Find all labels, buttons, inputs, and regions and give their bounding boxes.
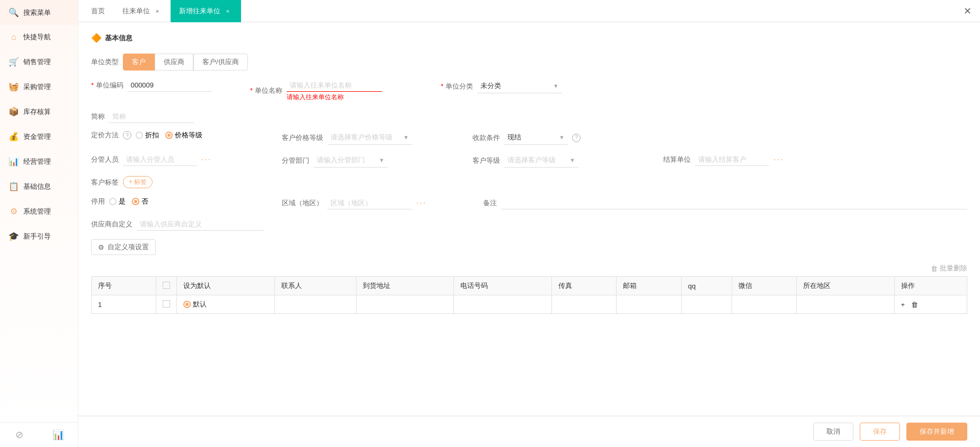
manager-input[interactable] [123, 153, 197, 166]
pricing-help-icon[interactable]: ? [123, 131, 131, 139]
table-header-row: 序号 设为默认 联系人 到货地址 电话号码 传真 邮箱 qq 微信 所在地区 操… [92, 277, 967, 295]
cancel-button[interactable]: 取消 [813, 423, 853, 441]
sidebar-bottom: ⊘ 📊 [0, 422, 78, 447]
unit-type-supplier[interactable]: 供应商 [155, 54, 193, 71]
save-button[interactable]: 保存 [860, 423, 900, 441]
radio-yes-label: 是 [119, 197, 126, 206]
region-more-icon[interactable]: ··· [416, 198, 426, 208]
batch-delete-area[interactable]: 🗑 批量删除 [91, 264, 967, 273]
cell-phone [454, 295, 552, 314]
settlement-input[interactable] [695, 153, 769, 166]
sidebar-item-newguide[interactable]: 🎓 新手引导 [0, 224, 78, 249]
settings-icon: ⚙ [98, 243, 104, 251]
table-row: 1 默认 [92, 295, 967, 314]
finance-icon: 💰 [8, 132, 19, 142]
abbr-col: 简称 [91, 110, 250, 123]
pricing-row: 定价方法 ? 折扣 价格等级 客户价格等级 [91, 130, 967, 145]
add-tag-button[interactable]: + 标签 [123, 176, 153, 188]
tags-label: 客户标签 [91, 178, 119, 187]
unit-name-input[interactable] [287, 79, 382, 92]
abbr-label: 简称 [91, 112, 105, 121]
supplier-custom-input[interactable] [137, 218, 264, 231]
sidebar-bottom-left[interactable]: ⊘ [0, 423, 39, 447]
sidebar-item-operations[interactable]: 📊 经营管理 [0, 149, 78, 174]
sidebar-bottom-right[interactable]: 📊 [39, 423, 78, 447]
customer-price-select[interactable]: 请选择客户价格等级 ▼ [327, 130, 412, 145]
tab-new-contact[interactable]: 新增往来单位 × [171, 0, 241, 22]
th-region: 所在地区 [796, 277, 894, 295]
save-add-button[interactable]: 保存并新增 [906, 423, 967, 441]
sidebar-item-inventory[interactable]: 📦 库存核算 [0, 99, 78, 124]
unit-category-col: 单位分类 未分类 ▼ [441, 79, 967, 93]
cell-seq: 1 [92, 295, 156, 314]
unit-code-col: 单位编码 [91, 79, 250, 92]
window-close-button[interactable]: ✕ [959, 5, 976, 17]
sidebar-item-purchase[interactable]: 🧺 采购管理 [0, 74, 78, 99]
sidebar-item-search[interactable]: 🔍 搜索菜单 [0, 0, 78, 25]
unit-category-select[interactable]: 未分类 ▼ [477, 79, 562, 93]
sidebar-item-finance[interactable]: 💰 资金管理 [0, 124, 78, 149]
row-checkbox[interactable] [163, 300, 170, 308]
chevron-down-icon-3: ▼ [559, 134, 565, 141]
sidebar-item-quicknav[interactable]: ⌂ 快捷导航 [0, 25, 78, 49]
operations-icon: 📊 [8, 156, 19, 166]
department-col: 分管部门 请输入分管部门 ▼ [282, 153, 473, 168]
manager-more-icon[interactable]: ··· [201, 155, 211, 164]
search-icon: 🔍 [8, 7, 19, 17]
cell-contact [275, 295, 357, 314]
cell-checkbox [156, 295, 177, 314]
department-select[interactable]: 请输入分管部门 ▼ [314, 153, 388, 168]
select-all-checkbox[interactable] [163, 282, 170, 289]
payment-terms-col: 收款条件 现结 ▼ ? [473, 130, 967, 145]
radio-no[interactable]: 否 [132, 197, 148, 206]
customer-level-col: 客户等级 请选择客户等级 ▼ [473, 153, 663, 168]
radio-grade-circle [165, 132, 173, 139]
sidebar-item-sales[interactable]: 🛒 销售管理 [0, 49, 78, 74]
unit-code-input[interactable] [128, 79, 212, 92]
region-input[interactable] [327, 197, 412, 209]
remark-input[interactable] [501, 197, 967, 209]
customer-price-label: 客户价格等级 [282, 133, 323, 143]
add-row-button[interactable]: + [901, 301, 905, 309]
unit-type-customer[interactable]: 客户 [123, 54, 155, 71]
manager-row: 分管人员 ··· 分管部门 请输入分管部门 ▼ 客户等级 请选择客户等级 ▼ [91, 153, 967, 168]
guide-icon: 🎓 [8, 231, 19, 241]
radio-no-label: 否 [141, 197, 148, 206]
supplier-custom-col: 供应商自定义 [91, 218, 967, 231]
department-placeholder: 请输入分管部门 [317, 155, 365, 165]
th-checkbox [156, 277, 177, 295]
unit-name-wrap: 请输入往来单位名称 [287, 79, 382, 102]
region-col: 区域（地区） ··· [282, 197, 483, 209]
delete-row-button[interactable]: 🗑 [911, 301, 918, 309]
sidebar-item-basicinfo[interactable]: 📋 基础信息 [0, 174, 78, 199]
payment-help-icon[interactable]: ? [572, 134, 581, 142]
disabled-label: 停用 [91, 197, 105, 206]
sidebar-item-system[interactable]: ⚙ 系统管理 [0, 199, 78, 224]
payment-terms-select[interactable]: 现结 ▼ [504, 130, 568, 145]
disabled-radio-group: 是 否 [109, 197, 148, 206]
unit-main-row: 单位编码 单位名称 请输入往来单位名称 单位分类 未分类 ▼ [91, 79, 967, 102]
inventory-icon: 📦 [8, 107, 19, 117]
customer-level-select[interactable]: 请选择客户等级 ▼ [504, 153, 578, 168]
abbr-input[interactable] [109, 110, 194, 123]
unit-type-both[interactable]: 客户/供应商 [193, 54, 248, 71]
th-contact: 联系人 [275, 277, 357, 295]
chevron-down-icon-4: ▼ [379, 157, 385, 163]
settlement-more-icon[interactable]: ··· [773, 155, 783, 164]
radio-grade[interactable]: 价格等级 [165, 130, 202, 140]
region-label: 区域（地区） [282, 198, 323, 208]
home-icon: ⌂ [8, 32, 19, 42]
tab-home[interactable]: 首页 [83, 0, 114, 22]
close-contacts-tab[interactable]: × [153, 7, 162, 15]
radio-yes[interactable]: 是 [109, 197, 126, 206]
default-label: 默认 [193, 300, 207, 309]
unit-type-label: 单位类型 [91, 57, 119, 67]
pricing-method-col: 定价方法 ? 折扣 价格等级 [91, 130, 282, 140]
system-icon: ⚙ [8, 206, 19, 216]
custom-settings-button[interactable]: ⚙ 自定义项设置 [91, 239, 156, 255]
manager-label: 分管人员 [91, 155, 119, 164]
radio-discount[interactable]: 折扣 [136, 130, 159, 140]
close-new-contact-tab[interactable]: × [224, 7, 232, 15]
set-default-radio[interactable]: 默认 [183, 300, 268, 309]
tab-contacts[interactable]: 往来单位 × [114, 0, 171, 22]
